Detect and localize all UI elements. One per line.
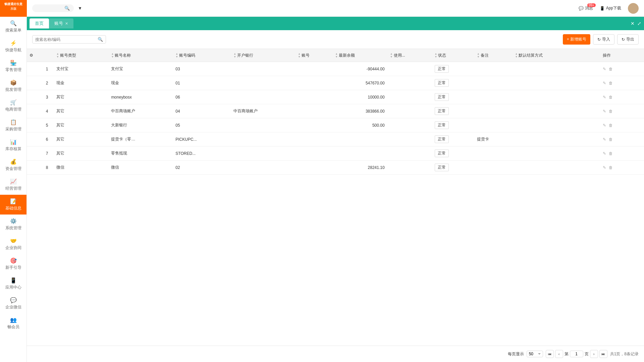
top-search-box[interactable]: 🔍 <box>32 4 74 12</box>
col-account-name[interactable]: ▲▼ 账号名称 <box>108 49 173 62</box>
col-usage-sort-icon[interactable]: ▲▼ <box>390 52 393 58</box>
top-left: 🔍 ▼ <box>32 4 82 12</box>
delete-icon[interactable]: 🗑 <box>609 67 613 71</box>
row-remark <box>474 146 512 161</box>
first-page-button[interactable]: ⏮ <box>546 350 554 358</box>
col-bank[interactable]: ▲▼ 开户银行 <box>231 49 295 62</box>
col-default-settlement[interactable]: ▲▼ 默认结算方式 <box>512 49 600 62</box>
page-label: 第 <box>565 351 569 357</box>
col-account-no-sort-icon[interactable]: ▲▼ <box>298 52 301 58</box>
app-center-icon: 📱 <box>10 277 17 284</box>
col-account-name-sort-icon[interactable]: ▲▼ <box>111 52 114 58</box>
sidebar-item-retail-mgmt[interactable]: 🏪 零售管理 <box>0 56 26 76</box>
sidebar-item-label: 电商管理 <box>5 107 21 112</box>
sidebar-item-corp-wechat[interactable]: 💬 企业微信 <box>0 294 26 313</box>
sidebar-item-wholesale-mgmt[interactable]: 📦 批发管理 <box>0 76 26 96</box>
top-dropdown[interactable]: ▼ <box>76 6 82 11</box>
sidebar-item-ecommerce-mgmt[interactable]: 🛒 电商管理 <box>0 96 26 116</box>
next-page-button[interactable]: › <box>590 350 598 358</box>
sidebar-item-app-center[interactable]: 📱 应用中心 <box>0 274 26 294</box>
delete-icon[interactable]: 🗑 <box>609 81 613 85</box>
dropdown-chevron-icon: ▼ <box>78 6 82 11</box>
col-account-code-sort-icon[interactable]: ▲▼ <box>175 52 178 58</box>
sidebar-item-quick-nav[interactable]: ⚡ 快捷导航 <box>0 37 26 56</box>
delete-icon[interactable]: 🗑 <box>609 95 613 100</box>
col-bank-sort-icon[interactable]: ▲▼ <box>233 52 236 58</box>
avatar[interactable] <box>628 3 639 14</box>
last-page-button[interactable]: ⏭ <box>599 350 607 358</box>
edit-icon[interactable]: ✎ <box>603 109 606 114</box>
search-box[interactable]: 🔍 <box>32 35 106 44</box>
col-remark-sort-icon[interactable]: ▲▼ <box>477 52 480 58</box>
row-bank <box>231 132 295 146</box>
table-row: 3 其它 moneybosx 06 10000.00 正常 ✎ 🗑 <box>27 90 644 104</box>
sidebar-item-members[interactable]: 👥 畅会员 <box>0 313 26 333</box>
delete-icon[interactable]: 🗑 <box>609 109 613 114</box>
sidebar-item-search-menu[interactable]: 🔍 搜索菜单 <box>0 17 26 37</box>
row-latest-balance: -90444.00 <box>332 62 387 76</box>
col-settings[interactable]: ⚙ <box>27 49 40 62</box>
message-icon: 💬 <box>579 6 584 11</box>
add-account-button[interactable]: + 新增账号 <box>563 34 590 45</box>
page-size-select[interactable]: 50 10 20 100 <box>527 351 543 357</box>
quick-nav-icon: ⚡ <box>10 40 17 46</box>
delete-icon[interactable]: 🗑 <box>609 165 613 170</box>
sidebar-item-inventory-check[interactable]: 📊 库存核算 <box>0 135 26 155</box>
app-download-button[interactable]: 📱 App下载 <box>600 5 621 11</box>
tab-close-all-icon[interactable]: ✕ <box>631 21 635 26</box>
import-button[interactable]: ↻ 导入 <box>593 34 614 45</box>
edit-icon[interactable]: ✎ <box>603 67 606 71</box>
col-account-type[interactable]: ▲▼ 账号类型 <box>54 49 108 62</box>
col-account-type-sort-icon[interactable]: ▲▼ <box>56 52 59 58</box>
retail-mgmt-icon: 🏪 <box>10 60 17 66</box>
top-search-input[interactable] <box>36 6 63 11</box>
messages-button[interactable]: 💬 消息 99+ <box>579 5 593 11</box>
row-latest-balance: 10000.00 <box>332 90 387 104</box>
delete-icon[interactable]: 🗑 <box>609 151 613 156</box>
row-account-code: 03 <box>173 62 231 76</box>
edit-icon[interactable]: ✎ <box>603 137 606 142</box>
settings-gear-icon[interactable]: ⚙ <box>30 53 33 58</box>
delete-icon[interactable]: 🗑 <box>609 123 613 128</box>
row-remark <box>474 104 512 118</box>
sidebar-item-basic-info[interactable]: 📝 基础信息 <box>0 195 26 215</box>
edit-icon[interactable]: ✎ <box>603 165 606 170</box>
sidebar-item-new-guide[interactable]: 🎯 新手引导 <box>0 254 26 274</box>
sidebar-item-corp-agreement[interactable]: 🤝 企业协同 <box>0 234 26 254</box>
edit-icon[interactable]: ✎ <box>603 95 606 100</box>
current-page-input[interactable] <box>570 351 583 357</box>
sidebar-item-purchase-mgmt[interactable]: 📋 采购管理 <box>0 116 26 135</box>
top-search-icon: 🔍 <box>64 6 70 11</box>
col-account-no[interactable]: ▲▼ 账号 <box>295 49 332 62</box>
row-no: 3 <box>40 90 54 104</box>
col-default-settlement-sort-icon[interactable]: ▲▼ <box>515 52 518 58</box>
col-status[interactable]: ▲▼ 状态 <box>432 49 474 62</box>
tab-account[interactable]: 账号 ✕ <box>49 18 73 28</box>
prev-page-button[interactable]: ‹ <box>555 350 563 358</box>
col-latest-balance[interactable]: ▲▼ 最新余额 <box>332 49 387 62</box>
sidebar-item-ops-mgmt[interactable]: 📈 经营管理 <box>0 175 26 195</box>
col-latest-balance-sort-icon[interactable]: ▲▼ <box>335 52 338 58</box>
row-account-name: 提货卡（零… <box>108 132 173 146</box>
members-icon: 👥 <box>10 317 17 323</box>
page-size-label: 每页显示 <box>508 351 524 357</box>
export-button[interactable]: ↻ 导出 <box>617 34 639 45</box>
row-remark <box>474 161 512 175</box>
sidebar-item-fund-mgmt[interactable]: 💰 资金管理 <box>0 155 26 175</box>
sidebar-item-system-mgmt[interactable]: ⚙️ 系统管理 <box>0 215 26 234</box>
tab-close-icon[interactable]: ✕ <box>65 21 68 26</box>
tab-home[interactable]: 首页 <box>30 18 49 28</box>
edit-icon[interactable]: ✎ <box>603 81 606 85</box>
row-account-type: 其它 <box>54 146 108 161</box>
search-input[interactable] <box>35 37 96 42</box>
col-remark[interactable]: ▲▼ 备注 <box>474 49 512 62</box>
col-usage[interactable]: ▲▼ 使用... <box>387 49 432 62</box>
delete-icon[interactable]: 🗑 <box>609 137 613 142</box>
tab-expand-icon[interactable]: ⤢ <box>637 21 641 26</box>
row-action: ✎ 🗑 <box>600 104 644 118</box>
edit-icon[interactable]: ✎ <box>603 151 606 156</box>
table-container: ⚙ ▲▼ 账号类型 ▲▼ 账号名称 <box>27 49 644 346</box>
col-account-code[interactable]: ▲▼ 账号编码 <box>173 49 231 62</box>
col-status-sort-icon[interactable]: ▲▼ <box>435 52 437 58</box>
edit-icon[interactable]: ✎ <box>603 123 606 128</box>
